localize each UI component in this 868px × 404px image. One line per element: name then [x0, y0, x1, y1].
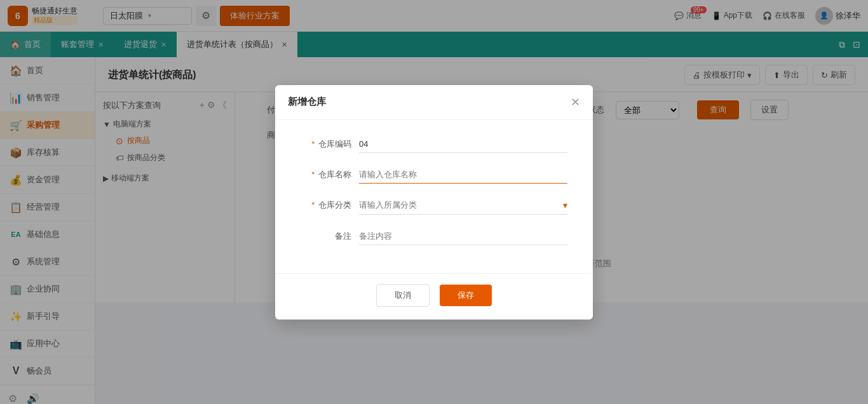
modal-header: 新增仓库 ✕ — [275, 85, 593, 120]
warehouse-code-label: * 仓库编码 — [301, 138, 351, 150]
modal-overlay[interactable]: 新增仓库 ✕ * 仓库编码 * 仓库名称 — [0, 0, 868, 404]
required-star-code: * — [311, 139, 315, 149]
warehouse-name-input[interactable] — [359, 166, 567, 184]
category-dropdown-arrow[interactable]: ▾ — [563, 200, 567, 210]
save-button[interactable]: 保存 — [440, 285, 492, 306]
modal-body: * 仓库编码 * 仓库名称 * 仓库分类 — [275, 120, 593, 273]
warehouse-code-input[interactable] — [359, 135, 567, 153]
add-warehouse-modal: 新增仓库 ✕ * 仓库编码 * 仓库名称 — [275, 85, 593, 320]
warehouse-category-label: * 仓库分类 — [301, 199, 351, 211]
warehouse-note-input[interactable] — [359, 227, 567, 245]
warehouse-name-label: * 仓库名称 — [301, 169, 351, 180]
required-star-category: * — [311, 200, 315, 210]
required-star-name: * — [311, 170, 315, 179]
modal-close-button[interactable]: ✕ — [571, 95, 580, 109]
warehouse-code-row: * 仓库编码 — [301, 135, 567, 153]
warehouse-category-select-wrap[interactable]: ▾ — [359, 196, 567, 215]
cancel-button[interactable]: 取消 — [376, 284, 430, 307]
modal-footer: 取消 保存 — [275, 273, 593, 320]
warehouse-category-input[interactable] — [359, 200, 563, 210]
modal-title: 新增仓库 — [288, 96, 326, 108]
warehouse-note-label: 备注 — [301, 231, 351, 242]
warehouse-category-row: * 仓库分类 ▾ — [301, 196, 567, 215]
warehouse-name-row: * 仓库名称 — [301, 166, 567, 184]
warehouse-note-row: 备注 — [301, 227, 567, 245]
